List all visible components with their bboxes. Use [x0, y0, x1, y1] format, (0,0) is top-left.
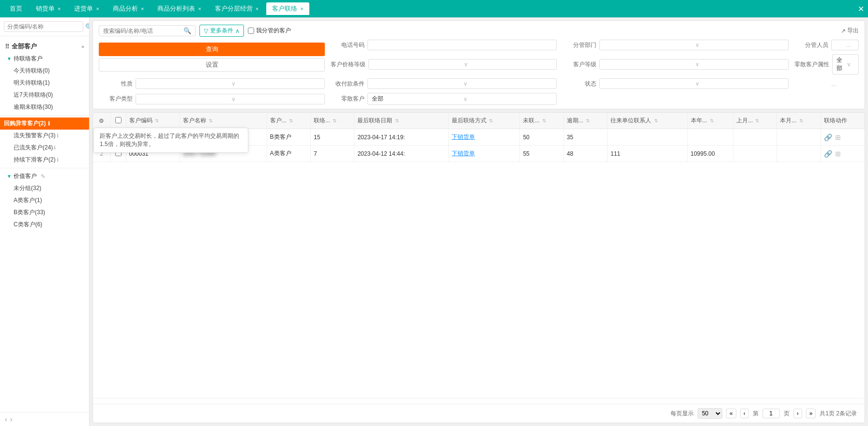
row2-action-icons: 🔗 ⊞	[824, 150, 862, 158]
sidebar-group-waiting[interactable]: ▼ 待联络客户	[0, 53, 89, 65]
filter-retail-customer-select[interactable]: 全部 ∨	[367, 93, 557, 105]
nav-purchase[interactable]: 进货单 ×	[68, 2, 105, 15]
filter-customer-type-select[interactable]: ∨	[136, 94, 325, 104]
query-button[interactable]: 查询	[99, 43, 325, 56]
select-all-checkbox[interactable]	[115, 117, 122, 123]
th-unit-contact[interactable]: 往来单位联系人 ⇅	[608, 113, 687, 129]
filter-status-select[interactable]: ∨	[599, 78, 789, 89]
sidebar-item-churned[interactable]: 已流失客户(24) ℹ	[0, 142, 89, 154]
chevron-down-icon-grade: ∨	[695, 61, 785, 68]
per-page-select[interactable]: 50 20 100	[698, 408, 722, 419]
next-page-button[interactable]: ›	[793, 409, 802, 418]
row1-contact: 15	[311, 129, 354, 146]
nav-customer-tier-close[interactable]: ×	[256, 6, 259, 12]
th-contact[interactable]: 联络... ⇅	[311, 113, 354, 129]
row1-overdue: 35	[563, 129, 607, 146]
sidebar-next-arrow[interactable]: ›	[10, 415, 13, 423]
nav-sales[interactable]: 销货单 ×	[30, 2, 66, 15]
filter-manager-select[interactable]: ...	[831, 40, 859, 50]
th-last-date[interactable]: 最后联络日期 ⇅	[354, 113, 449, 129]
th-last-month[interactable]: 上月... ⇅	[733, 113, 777, 129]
sidebar-item-repurchase[interactable]: 回购异常客户(2) ℹ	[0, 118, 89, 130]
th-this-year[interactable]: 本年... ⇅	[687, 113, 733, 129]
sidebar-item-ungrouped[interactable]: 未分组(32)	[0, 182, 89, 194]
sidebar-repurchase-label: 回购异常客户(2)	[4, 119, 46, 128]
sidebar-item-tomorrow[interactable]: 明天待联络(1)	[0, 77, 89, 89]
th-last-method[interactable]: 最后联络方式 ⇅	[449, 113, 520, 129]
filter-more-conditions-button[interactable]: ▽ 更多条件 ∧	[199, 25, 244, 37]
sidebar-item-overdue[interactable]: 逾期未联络(30)	[0, 101, 89, 113]
filter-payment-select[interactable]: ∨	[367, 78, 557, 89]
nav-home[interactable]: 首页	[4, 2, 28, 15]
prev-page-button[interactable]: ‹	[740, 409, 749, 418]
row2-grid-icon[interactable]: ⊞	[835, 150, 841, 158]
sidebar-search-icon[interactable]: 🔍	[85, 23, 90, 30]
sidebar-item-class-b[interactable]: B类客户(33)	[0, 206, 89, 219]
first-page-button[interactable]: «	[726, 409, 736, 418]
row1-grid-icon[interactable]: ⊞	[835, 133, 841, 141]
sidebar-group-value[interactable]: ▼ 价值客户 ✎	[0, 170, 89, 182]
nav-sales-close[interactable]: ×	[58, 6, 61, 12]
filter-search-box[interactable]: 🔍	[99, 25, 196, 36]
pagination-bar: 每页显示 50 20 100 « ‹ 第 页 › » 共1页 2条记录	[93, 404, 865, 423]
filter-price-grade-select[interactable]: ∨	[368, 59, 557, 70]
gear-icon[interactable]: ⚙	[99, 118, 104, 124]
sidebar-item-class-c[interactable]: C类客户(6)	[0, 219, 89, 231]
sidebar-item-7days[interactable]: 近7天待联络(0)	[0, 89, 89, 101]
table-scroll-area[interactable]: ⚙ 客户编码 ⇅ 客户名称 ⇅	[93, 113, 865, 398]
nav-customer-contact[interactable]: 客户联络 ×	[266, 2, 309, 15]
th-not-contact[interactable]: 未联... ⇅	[520, 113, 563, 129]
filter-gender-select[interactable]: ∨	[136, 78, 325, 89]
sidebar-all-customers-header[interactable]: ⠿ 全部客户 »	[0, 40, 89, 53]
chevron-down-icon-status: ∨	[695, 80, 785, 87]
filter-dept-select[interactable]: ∨	[599, 40, 789, 50]
th-code[interactable]: 客户编码 ⇅	[126, 113, 180, 129]
row1-last-method[interactable]: 下销货单	[449, 129, 520, 146]
filter-phone-input[interactable]	[367, 40, 557, 50]
th-gear[interactable]: ⚙	[93, 113, 110, 129]
nav-analysis[interactable]: 商品分析 ×	[107, 2, 150, 15]
close-all-button[interactable]: ✕	[858, 4, 864, 14]
filter-search-input[interactable]	[103, 28, 182, 34]
sidebar-search-input[interactable]	[4, 21, 83, 32]
th-grade[interactable]: 客户... ⇅	[267, 113, 310, 129]
th-this-month[interactable]: 本月... ⇅	[777, 113, 821, 129]
filter-customer-grade-field: 客户等级 ∨	[563, 59, 789, 70]
more-dots[interactable]: ...	[831, 80, 837, 88]
nav-analysis-list-close[interactable]: ×	[198, 6, 201, 12]
sidebar-item-churn-warning[interactable]: 流失预警客户(3) ℹ	[0, 130, 89, 142]
th-check[interactable]	[110, 113, 126, 129]
filter-customer-grade-select[interactable]: ∨	[599, 59, 789, 70]
sidebar-item-class-a[interactable]: A类客户(1)	[0, 194, 89, 206]
last-page-button[interactable]: »	[806, 409, 816, 418]
row1-link-icon[interactable]: 🔗	[824, 133, 832, 141]
filter-retail-attr-select[interactable]: 全部 ∨	[832, 54, 859, 74]
nav-analysis-list[interactable]: 商品分析列表 ×	[152, 2, 207, 15]
setting-button[interactable]: 设置	[99, 58, 325, 72]
arrow-down-icon2: ▼	[7, 174, 12, 179]
sidebar-collapse-button[interactable]: »	[81, 44, 84, 49]
row2-last-method[interactable]: 下销货单	[449, 146, 520, 162]
nav-analysis-close[interactable]: ×	[141, 6, 144, 12]
row2-method-link[interactable]: 下销货单	[452, 150, 475, 157]
row2-this-month	[777, 146, 821, 162]
table-horizontal-scrollbar[interactable]	[93, 398, 865, 404]
page-number-input[interactable]	[762, 409, 780, 418]
sidebar-item-today[interactable]: 今天待联络(0)	[0, 65, 89, 77]
filter-search-icon[interactable]: 🔍	[183, 27, 191, 34]
filter-my-customers-label[interactable]: 我分管的客户	[248, 27, 291, 35]
row2-overdue: 48	[563, 146, 607, 162]
filter-export-button[interactable]: ↗ 导出	[841, 27, 859, 35]
th-overdue[interactable]: 逾期... ⇅	[563, 113, 607, 129]
nav-customer-tier[interactable]: 客户分层经营 ×	[209, 2, 264, 15]
sidebar-prev-arrow[interactable]: ‹	[5, 415, 7, 423]
th-name[interactable]: 客户名称 ⇅	[180, 113, 267, 129]
row2-link-icon[interactable]: 🔗	[824, 150, 832, 158]
filter-my-customers-text: 我分管的客户	[256, 27, 291, 35]
filter-my-customers-checkbox[interactable]	[248, 28, 254, 34]
nav-purchase-close[interactable]: ×	[96, 6, 99, 12]
sidebar-item-declining[interactable]: 持续下滑客户(2) ℹ	[0, 154, 89, 166]
row1-method-link[interactable]: 下销货单	[452, 133, 475, 140]
edit-value-icon[interactable]: ✎	[41, 173, 46, 180]
nav-customer-contact-close[interactable]: ×	[300, 6, 303, 12]
